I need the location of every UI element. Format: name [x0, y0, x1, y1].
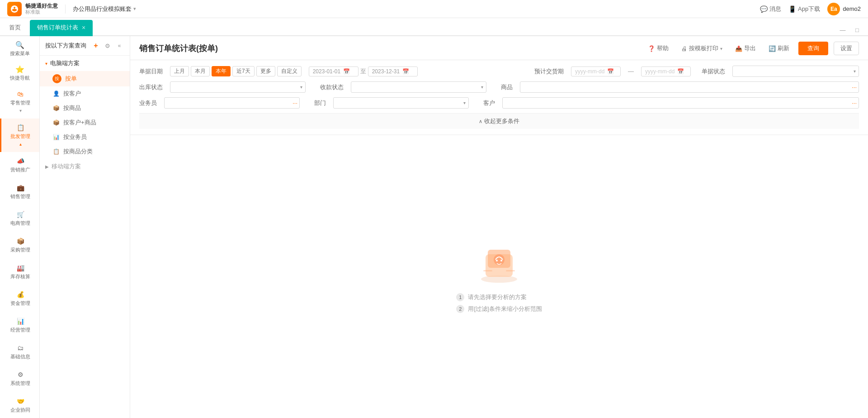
refresh-btn[interactable]: 🔄 刷新 — [765, 43, 793, 54]
tab-home[interactable]: 首页 — [0, 20, 30, 36]
tabbar-actions: — □ — [837, 24, 868, 35]
scheme-add-btn[interactable]: + — [91, 41, 101, 51]
customer-input-wrap[interactable]: ··· — [502, 97, 859, 109]
help-btn[interactable]: ❓ 帮助 — [644, 43, 672, 54]
calendar-icon-4: 📅 — [677, 68, 684, 75]
tabbar: 首页 销售订单统计表 × — □ — [0, 18, 868, 36]
template-print-btn[interactable]: 🖨 按模板打印 ▾ — [678, 43, 726, 54]
scheme-item-by-salesperson[interactable]: 📊 按业务员 — [40, 130, 130, 144]
sidebar-item-retail[interactable]: 🛍 零售管理 ▾ — [0, 85, 39, 119]
goods-input[interactable] — [520, 82, 850, 92]
scheme-item-by-order[interactable]: 按 按单 — [40, 71, 130, 86]
sidebar: 🔍 搜索菜单 ⭐ 快捷导航 🛍 零售管理 ▾ 📋 批发管理 ▴ 📣 营销推广 💼… — [0, 36, 40, 418]
calendar-icon: 📅 — [343, 68, 350, 75]
calendar-icon-3: 📅 — [607, 68, 614, 75]
scheme-group-mobile-header[interactable]: ▶ 移动端方案 — [40, 159, 130, 174]
expected-date-start[interactable]: yyyy-mm-dd 📅 — [571, 66, 621, 76]
tip-num-2: 2 — [456, 305, 464, 313]
date-btn-more[interactable]: 更多 — [256, 66, 275, 76]
order-status-input[interactable] — [733, 66, 854, 76]
goods-icon: 📦 — [52, 104, 60, 112]
sidebar-item-system[interactable]: ⚙ 系统管理 — [0, 366, 39, 392]
date-btn-this-month[interactable]: 本月 — [191, 66, 210, 76]
user-profile[interactable]: Ea demo2 — [827, 3, 861, 15]
sidebar-item-wholesale[interactable]: 📋 批发管理 ▴ — [0, 119, 39, 152]
date-btn-last-7days[interactable]: 近7天 — [232, 66, 255, 76]
expected-date-end[interactable]: yyyy-mm-dd 📅 — [641, 66, 691, 76]
scheme-item-by-category[interactable]: 📋 按商品分类 — [40, 144, 130, 159]
tab-sales-order-stat[interactable]: 销售订单统计表 × — [30, 20, 93, 36]
export-btn[interactable]: 📤 导出 — [731, 43, 760, 54]
sidebar-search[interactable]: 🔍 搜索菜单 — [0, 36, 39, 62]
page-header-top: 销售订单统计表(按单) ❓ 帮助 🖨 按模板打印 ▾ 📤 — [139, 42, 859, 60]
date-btn-last-month[interactable]: 上月 — [170, 66, 189, 76]
refresh-icon: 🔄 — [769, 45, 776, 52]
sidebar-item-finance[interactable]: 💰 资金管理 — [0, 285, 39, 312]
receipt-status-input[interactable] — [351, 82, 481, 92]
query-btn[interactable]: 查询 — [798, 42, 828, 55]
dept-input[interactable] — [334, 98, 463, 108]
order-status-select-wrap[interactable]: ▾ — [732, 66, 859, 77]
date-btn-this-year[interactable]: 本年 — [212, 66, 231, 76]
sidebar-item-ecommerce[interactable]: 🛒 电商管理 — [0, 205, 39, 232]
customer-more-btn[interactable]: ··· — [850, 100, 859, 106]
tab-minimize-btn[interactable]: — — [837, 24, 848, 35]
receipt-status-dropdown-icon: ▾ — [481, 85, 486, 90]
date-range: 2023-01-01 📅 至 2023-12-31 📅 — [309, 66, 418, 76]
salesperson-more-btn[interactable]: ··· — [291, 100, 299, 106]
app-logo — [7, 2, 22, 16]
sidebar-item-inventory[interactable]: 🏭 库存核算 — [0, 259, 39, 285]
settings-btn[interactable]: 设置 — [834, 42, 859, 55]
filter-area: 单据日期 上月 本月 本年 近7天 更多 自定义 2023-01-01 📅 — [130, 60, 868, 134]
calendar-icon-2: 📅 — [402, 68, 409, 75]
sidebar-item-basic-info[interactable]: 🗂 基础信息 — [0, 339, 39, 366]
sidebar-item-enterprise[interactable]: 🤝 企业协同 — [0, 392, 39, 418]
sidebar-item-purchase[interactable]: 📦 采购管理 — [0, 232, 39, 259]
ship-status-input[interactable] — [170, 82, 300, 92]
scheme-panel-title: 按以下方案查询 — [45, 42, 86, 50]
collapse-bar[interactable]: ∧ 收起更多条件 — [139, 113, 859, 129]
dept-wrap[interactable]: ▾ — [333, 97, 469, 109]
category-icon: 📋 — [52, 148, 60, 155]
date-start-input[interactable]: 2023-01-01 📅 — [309, 66, 359, 76]
right-filters: 预计交货期 yyyy-mm-dd 📅 — yyyy-mm-dd 📅 单据状态 — [534, 66, 859, 77]
ship-status-wrap[interactable]: ▾ — [170, 81, 306, 93]
svg-rect-6 — [483, 270, 492, 271]
customer-input[interactable] — [503, 98, 850, 108]
goods-more-btn[interactable]: ··· — [850, 84, 859, 90]
sidebar-item-marketing[interactable]: 📣 营销推广 — [0, 152, 39, 179]
tab-close-icon[interactable]: × — [82, 24, 85, 31]
customer-icon: 👤 — [52, 90, 60, 97]
scheme-item-by-goods[interactable]: 📦 按商品 — [40, 101, 130, 115]
message-btn[interactable]: 💬 消息 — [760, 5, 781, 13]
scheme-group-pc-header[interactable]: ▾ 电脑端方案 — [40, 56, 130, 71]
scheme-settings-btn[interactable]: ⚙ — [103, 41, 113, 51]
receipt-status-wrap[interactable]: ▾ — [351, 81, 486, 93]
tab-maximize-btn[interactable]: □ — [852, 24, 863, 35]
topbar: 畅捷通好生意 标准版 办公用品行业模拟账套 ▾ 💬 消息 📱 App下载 Ea … — [0, 0, 868, 18]
filter-row-date: 单据日期 上月 本月 本年 近7天 更多 自定义 2023-01-01 📅 — [139, 66, 859, 77]
brand-title: 畅捷通好生意 — [25, 3, 58, 9]
scheme-panel-actions: + ⚙ « — [91, 41, 124, 51]
sidebar-quick-nav[interactable]: ⭐ 快捷导航 — [0, 62, 39, 85]
salesperson-input[interactable] — [165, 98, 291, 108]
scheme-collapse-btn[interactable]: « — [114, 41, 124, 51]
workspace-dropdown-icon[interactable]: ▾ — [133, 6, 136, 12]
app-download-btn[interactable]: 📱 App下载 — [788, 5, 820, 13]
scheme-item-by-customer[interactable]: 👤 按客户 — [40, 86, 130, 101]
print-dropdown-icon[interactable]: ▾ — [720, 46, 722, 51]
print-icon: 🖨 — [681, 45, 687, 52]
dept-dropdown-icon: ▾ — [463, 100, 468, 105]
scheme-item-by-customer-goods[interactable]: 📦 按客户+商品 — [40, 115, 130, 130]
ship-status-dropdown-icon: ▾ — [300, 85, 305, 90]
scheme-group-mobile: ▶ 移动端方案 — [40, 159, 130, 174]
sidebar-item-sales[interactable]: 💼 销售管理 — [0, 179, 39, 205]
date-btn-custom[interactable]: 自定义 — [277, 66, 302, 76]
date-end-input[interactable]: 2023-12-31 📅 — [368, 66, 418, 76]
help-icon: ❓ — [648, 45, 655, 52]
sidebar-item-operations[interactable]: 📊 经营管理 — [0, 312, 39, 339]
goods-input-wrap[interactable]: ··· — [520, 81, 859, 93]
workspace-title[interactable]: 办公用品行业模拟账套 ▾ — [73, 5, 136, 13]
salesperson-input-wrap[interactable]: ··· — [164, 97, 300, 109]
ship-status-label: 出库状态 — [139, 83, 163, 91]
